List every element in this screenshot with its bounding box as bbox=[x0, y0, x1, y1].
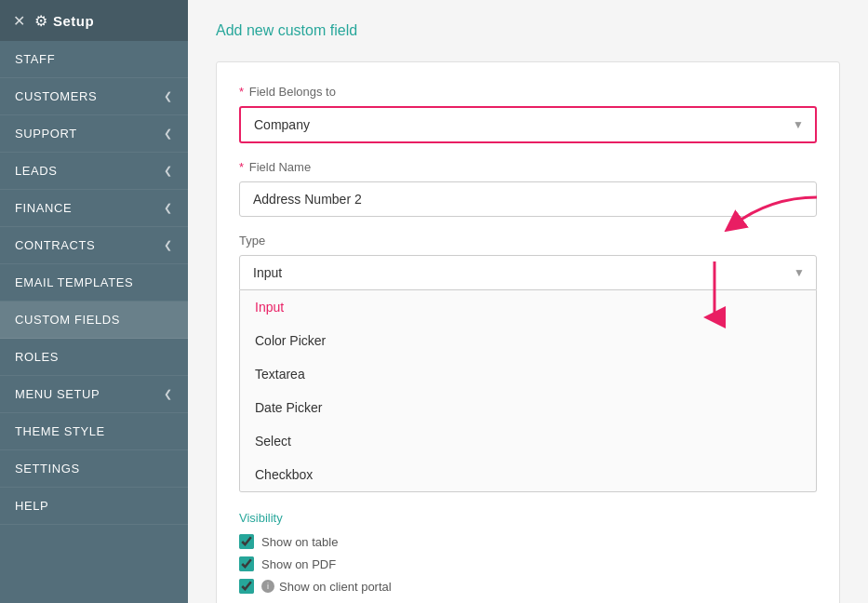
required-marker: * bbox=[239, 160, 244, 174]
field-name-group: * Field Name bbox=[239, 160, 817, 217]
dropdown-item-textarea[interactable]: Textarea bbox=[240, 357, 816, 391]
close-icon[interactable]: ✕ bbox=[13, 12, 25, 30]
sidebar-item-finance[interactable]: Finance ❮ bbox=[0, 190, 188, 227]
sidebar-item-theme-style[interactable]: Theme Style bbox=[0, 413, 188, 450]
sidebar-header: ✕ ⚙ Setup bbox=[0, 0, 188, 41]
chevron-right-icon: ❮ bbox=[164, 127, 173, 140]
sidebar-item-settings[interactable]: Settings bbox=[0, 450, 188, 488]
show-on-table-label: Show on table bbox=[261, 535, 338, 549]
chevron-right-icon: ❮ bbox=[164, 90, 173, 102]
main-content: Add new custom field * Field Belongs to … bbox=[188, 0, 868, 603]
field-belongs-to-select-wrapper: Company Contact Lead Project ▼ bbox=[239, 106, 817, 143]
sidebar-item-roles[interactable]: Roles bbox=[0, 339, 188, 376]
sidebar-item-custom-fields[interactable]: Custom Fields bbox=[0, 302, 188, 339]
dropdown-item-date-picker[interactable]: Date Picker bbox=[240, 391, 816, 424]
sidebar-item-email-templates[interactable]: Email Templates bbox=[0, 264, 188, 302]
sidebar-item-help[interactable]: Help bbox=[0, 488, 188, 525]
form-section: * Field Belongs to Company Contact Lead … bbox=[216, 61, 840, 603]
show-on-client-portal-label: Show on client portal bbox=[279, 580, 392, 594]
chevron-right-icon: ❮ bbox=[164, 388, 173, 400]
show-on-table-row: Show on table bbox=[239, 534, 817, 549]
field-belongs-to-select[interactable]: Company Contact Lead Project bbox=[241, 108, 815, 141]
sidebar-item-label: Roles bbox=[15, 350, 59, 364]
show-on-pdf-row: Show on PDF bbox=[239, 556, 817, 571]
sidebar-item-label: Leads bbox=[15, 164, 58, 178]
sidebar-item-label: Help bbox=[15, 499, 48, 513]
dropdown-item-checkbox[interactable]: Checkbox bbox=[240, 458, 816, 491]
sidebar-item-customers[interactable]: Customers ❮ bbox=[0, 78, 188, 115]
sidebar-item-label: Menu Setup bbox=[15, 387, 100, 401]
show-on-client-portal-checkbox[interactable] bbox=[239, 579, 254, 594]
sidebar-item-menu-setup[interactable]: Menu Setup ❮ bbox=[0, 376, 188, 413]
dropdown-item-select[interactable]: Select bbox=[240, 424, 816, 458]
info-icon: i bbox=[261, 580, 274, 593]
type-dropdown-list: Input Color Picker Textarea Date Picker … bbox=[239, 290, 817, 492]
sidebar-item-label: Staff bbox=[15, 52, 55, 66]
sidebar-item-staff[interactable]: Staff bbox=[0, 41, 188, 78]
show-on-table-checkbox[interactable] bbox=[239, 534, 254, 549]
show-on-pdf-label: Show on PDF bbox=[261, 557, 336, 571]
dropdown-item-input[interactable]: Input bbox=[240, 290, 816, 324]
chevron-right-icon: ❮ bbox=[164, 165, 173, 177]
visibility-label: Visibility bbox=[239, 511, 817, 525]
visibility-section: Visibility Show on table Show on PDF i S… bbox=[239, 511, 817, 594]
field-belongs-to-label: * Field Belongs to bbox=[239, 85, 817, 99]
sidebar-item-label: Settings bbox=[15, 462, 80, 476]
type-group: Type Input Color Picker Textarea Date Pi… bbox=[239, 234, 817, 492]
type-select-wrapper: Input Color Picker Textarea Date Picker … bbox=[239, 255, 817, 290]
sidebar-item-label: Theme Style bbox=[15, 424, 105, 438]
show-on-pdf-checkbox[interactable] bbox=[239, 556, 254, 571]
sidebar-item-label: Contracts bbox=[15, 238, 95, 252]
sidebar-item-label: Email Templates bbox=[15, 275, 133, 289]
page-title: Add new custom field bbox=[216, 22, 840, 39]
sidebar-title: Setup bbox=[53, 13, 94, 29]
chevron-right-icon: ❮ bbox=[164, 239, 173, 251]
chevron-right-icon: ❮ bbox=[164, 202, 173, 214]
type-label: Type bbox=[239, 234, 817, 248]
dropdown-item-color-picker[interactable]: Color Picker bbox=[240, 324, 816, 357]
field-belongs-to-group: * Field Belongs to Company Contact Lead … bbox=[239, 85, 817, 143]
required-marker: * bbox=[239, 85, 244, 99]
sidebar: ✕ ⚙ Setup Staff Customers ❮ Support ❮ Le… bbox=[0, 0, 188, 603]
sidebar-item-support[interactable]: Support ❮ bbox=[0, 115, 188, 153]
sidebar-item-label: Finance bbox=[15, 201, 72, 215]
sidebar-item-contracts[interactable]: Contracts ❮ bbox=[0, 227, 188, 264]
sidebar-item-label: Support bbox=[15, 127, 77, 141]
gear-icon: ⚙ bbox=[34, 12, 47, 30]
type-select[interactable]: Input Color Picker Textarea Date Picker … bbox=[240, 256, 816, 289]
sidebar-item-label: Customers bbox=[15, 89, 97, 103]
field-name-input[interactable] bbox=[239, 181, 817, 217]
field-name-label: * Field Name bbox=[239, 160, 817, 174]
sidebar-item-leads[interactable]: Leads ❮ bbox=[0, 153, 188, 190]
sidebar-item-label: Custom Fields bbox=[15, 313, 120, 327]
show-on-client-portal-row: i Show on client portal bbox=[239, 579, 817, 594]
